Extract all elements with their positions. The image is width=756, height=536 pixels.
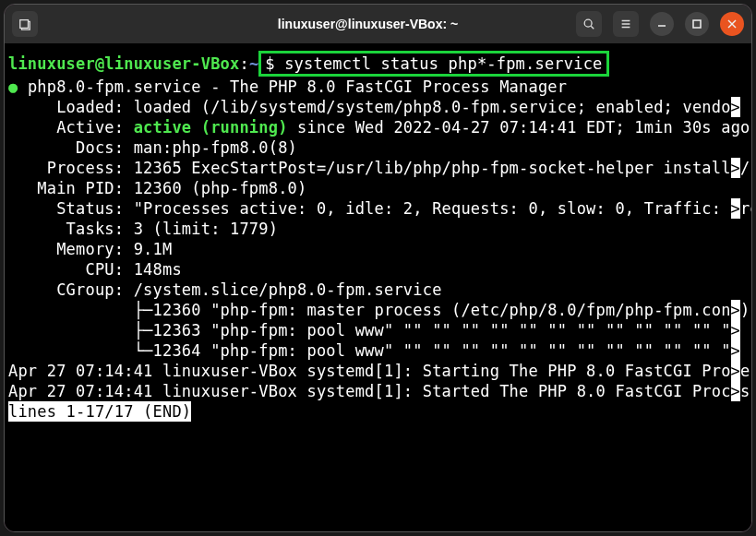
- status-dot-icon: ●: [8, 77, 28, 96]
- svg-point-1: [584, 19, 592, 27]
- output-line: Process: 12365 ExecStartPost=/usr/lib/ph…: [8, 158, 748, 178]
- command-text: systemctl status php*-fpm.service: [284, 54, 602, 73]
- prompt-line: linuxuser@linuxuser-VBox:~$ systemctl st…: [8, 51, 748, 77]
- truncation-indicator: >: [731, 361, 740, 381]
- truncation-indicator: >: [731, 158, 740, 178]
- minimize-button[interactable]: [650, 12, 674, 36]
- output-line: Apr 27 07:14:41 linuxuser-VBox systemd[1…: [8, 361, 748, 381]
- truncation-indicator: >: [731, 320, 740, 340]
- command-highlight-box: $ systemctl status php*-fpm.service: [258, 51, 608, 77]
- output-line: CGroup: /system.slice/php8.0-fpm.service: [8, 280, 748, 300]
- truncation-indicator: >: [731, 300, 740, 320]
- pager-status: lines 1-17/17 (END): [8, 401, 748, 422]
- terminal-body[interactable]: linuxuser@linuxuser-VBox:~$ systemctl st…: [5, 43, 751, 531]
- menu-button[interactable]: [613, 11, 639, 37]
- truncation-indicator: >: [731, 97, 740, 117]
- truncation-indicator: >: [731, 198, 740, 219]
- output-line: ● php8.0-fpm.service - The PHP 8.0 FastC…: [8, 77, 748, 97]
- output-line: Main PID: 12360 (php-fpm8.0): [8, 178, 748, 198]
- svg-line-2: [591, 26, 594, 29]
- active-status: active (running): [134, 118, 288, 137]
- prompt-path: ~: [249, 54, 258, 73]
- truncation-indicator: >: [731, 381, 740, 401]
- output-line: Active: active (running) since Wed 2022-…: [8, 117, 748, 137]
- output-line: ├─12360 "php-fpm: master process (/etc/p…: [8, 300, 748, 320]
- output-line: Status: "Processes active: 0, idle: 2, R…: [8, 198, 748, 219]
- output-line: Memory: 9.1M: [8, 239, 748, 259]
- terminal-window: linuxuser@linuxuser-VBox: ~ linuxuser@li…: [4, 4, 752, 532]
- window-title: linuxuser@linuxuser-VBox: ~: [167, 17, 569, 31]
- output-line: CPU: 148ms: [8, 259, 748, 280]
- output-line: └─12364 "php-fpm: pool www" "" "" "" "" …: [8, 340, 748, 361]
- maximize-button[interactable]: [685, 12, 709, 36]
- svg-rect-0: [20, 20, 29, 29]
- new-tab-button[interactable]: [12, 11, 38, 37]
- output-line: ├─12363 "php-fpm: pool www" "" "" "" "" …: [8, 320, 748, 340]
- close-button[interactable]: [720, 12, 744, 36]
- prompt-user: linuxuser@linuxuser-VBox: [8, 54, 239, 73]
- prompt-symbol: $: [265, 54, 274, 73]
- output-line: Loaded: loaded (/lib/systemd/system/php8…: [8, 97, 748, 117]
- prompt-sep: :: [239, 54, 248, 73]
- output-line: Apr 27 07:14:41 linuxuser-VBox systemd[1…: [8, 381, 748, 401]
- svg-rect-7: [693, 20, 701, 28]
- search-button[interactable]: [576, 11, 602, 37]
- truncation-indicator: >: [731, 340, 740, 361]
- output-line: Tasks: 3 (limit: 1779): [8, 219, 748, 239]
- pager-text: lines 1-17/17 (END): [8, 401, 191, 422]
- titlebar: linuxuser@linuxuser-VBox: ~: [5, 5, 751, 43]
- output-line: Docs: man:php-fpm8.0(8): [8, 137, 748, 158]
